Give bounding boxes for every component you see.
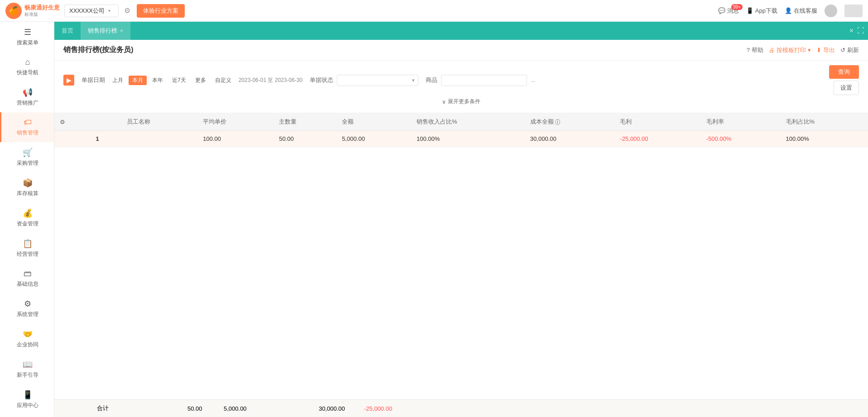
sidebar-item-label: 搜索菜单 [17, 39, 38, 47]
online-service-icon: 👤 [785, 7, 792, 14]
date-tab-this-month[interactable]: 本月 [129, 76, 147, 85]
logo-line1: 畅康通好生意 [24, 4, 60, 12]
status-select[interactable] [337, 75, 418, 86]
th-settings[interactable]: ⚙ [54, 113, 91, 131]
sidebar-item-label: 营销推广 [17, 99, 38, 107]
query-btn[interactable]: 查询 [829, 65, 859, 79]
avatar[interactable] [825, 5, 837, 17]
header-actions: ? 帮助 🖨 按模板打印 ▾ ⬇ 导出 ↺ [747, 46, 859, 54]
expand-more-btn[interactable]: ∨ 展开更多条件 [63, 95, 859, 108]
sidebar-item-enterprise-collab[interactable]: 🤝 企业协同 [0, 324, 54, 354]
sidebar-item-beginner-guide[interactable]: 📖 新手引导 [0, 354, 54, 384]
top-bar: 🍊 畅康通好生意 标准版 XXXXXX公司 ▾ ⚙ 体验行业方案 💬 消息 99… [0, 0, 868, 22]
sidebar-item-finance[interactable]: 💰 资金管理 [0, 203, 54, 233]
sidebar-item-label: 采购管理 [17, 159, 38, 167]
avatar-name [844, 5, 863, 17]
tab-home[interactable]: 首页 [54, 22, 81, 40]
sidebar-item-search-order[interactable]: ☰ 搜索菜单 [0, 22, 54, 52]
footer-main-qty-cell: 50.00 [182, 405, 218, 412]
sidebar-item-marketing[interactable]: 📢 营销推广 [0, 82, 54, 112]
column-settings-icon[interactable]: ⚙ [60, 119, 65, 125]
beginner-guide-icon: 📖 [23, 359, 33, 369]
company-dropdown-arrow: ▾ [108, 8, 110, 13]
company-selector[interactable]: XXXXXX公司 ▾ [64, 5, 119, 17]
window-expand-icon[interactable]: ⛶ [857, 27, 864, 35]
company-name: XXXXXX公司 [69, 7, 105, 15]
cell-gross-profit: -25,000.00 [614, 131, 700, 147]
footer-gross-profit-cell: -25,000.00 [359, 405, 404, 412]
cell-sales-ratio: 100.00% [411, 131, 525, 147]
template-print-btn[interactable]: 🖨 按模板打印 ▾ [769, 46, 811, 54]
print-icon: 🖨 [769, 47, 775, 53]
date-tab-custom[interactable]: 自定义 [211, 76, 235, 85]
footer-cost-amount: 30,000.00 [319, 405, 345, 412]
sidebar-item-label: 快捷导航 [17, 69, 38, 77]
search-order-icon: ☰ [24, 27, 31, 37]
message-btn[interactable]: 💬 消息 99+ [718, 7, 739, 15]
cell-gross-ratio: 100.00% [781, 131, 868, 147]
sidebar-item-inventory[interactable]: 📦 库存核算 [0, 173, 54, 203]
company-settings-icon[interactable]: ⚙ [122, 5, 132, 17]
help-btn[interactable]: ? 帮助 [747, 46, 763, 54]
date-tab-this-year[interactable]: 本年 [149, 76, 167, 85]
app-center-icon: 📱 [23, 390, 33, 400]
sidebar-item-app-center[interactable]: 📱 应用中心 [0, 384, 54, 415]
status-filter: 单据状态 [310, 75, 418, 86]
sidebar-item-quick-nav[interactable]: ⌂ 快捷导航 [0, 52, 54, 82]
date-tab-last-month[interactable]: 上月 [109, 76, 127, 85]
th-gross-profit: 毛利 [614, 113, 700, 131]
window-close-icon[interactable]: × [849, 27, 854, 35]
tab-close-icon[interactable]: × [120, 28, 123, 34]
system-mgmt-icon: ⚙ [24, 299, 31, 309]
export-label: 导出 [823, 46, 835, 54]
sales-mgmt-icon: 🏷 [24, 118, 32, 127]
footer-amount-cell: 5,000.00 [218, 405, 264, 412]
tab-sales-rank[interactable]: 销售排行榜 × [81, 22, 130, 40]
cell-amount: 5,000.00 [336, 131, 411, 147]
app-download-label: App下载 [755, 7, 777, 15]
template-print-label: 按模板打印 [777, 46, 806, 54]
settings-btn[interactable]: 设置 [834, 81, 859, 95]
sidebar-item-operation[interactable]: 📋 经营管理 [0, 233, 54, 264]
goods-filter-label: 商品 [426, 76, 437, 84]
table-row: 1 100.00 50.00 5,000.00 100.00% 30,000.0… [54, 131, 868, 147]
filter-toggle-icon[interactable]: ▶ [63, 75, 74, 86]
refresh-btn[interactable]: ↺ 刷新 [840, 46, 859, 54]
sidebar-item-purchase-mgmt[interactable]: 🛒 采购管理 [0, 142, 54, 173]
date-filter-label: 单据日期 [82, 76, 105, 84]
logo-area: 🍊 畅康通好生意 标准版 [5, 3, 60, 19]
expand-more-label: 展开更多条件 [448, 98, 480, 105]
marketing-icon: 📢 [23, 87, 33, 97]
cell-employee [121, 131, 197, 147]
sidebar-item-label: 资金管理 [17, 220, 38, 228]
trial-btn[interactable]: 体验行业方案 [137, 4, 185, 18]
th-gross-rate: 毛利率 [701, 113, 781, 131]
message-badge: 99+ [731, 4, 743, 10]
sidebar-item-basic-info[interactable]: 🗃 基础信息 [0, 264, 54, 293]
tab-bar: 首页 销售排行榜 × × ⛶ [54, 22, 868, 40]
th-amount: 全额 [336, 113, 411, 131]
sidebar-item-enterprise-wechat[interactable]: 💬 企业微信 [0, 415, 54, 417]
sidebar-item-system-mgmt[interactable]: ⚙ 系统管理 [0, 293, 54, 324]
cell-settings [54, 131, 91, 147]
message-icon: 💬 [718, 7, 725, 14]
date-tab-7days[interactable]: 近7天 [168, 76, 190, 85]
goods-more-btn[interactable]: ... [531, 77, 535, 83]
online-service-btn[interactable]: 👤 在线客服 [785, 7, 817, 15]
export-btn[interactable]: ⬇ 导出 [816, 46, 835, 54]
sidebar: ☰ 搜索菜单 ⌂ 快捷导航 📢 营销推广 🏷 销售管理 🛒 采购管理 📦 库 [0, 22, 54, 417]
export-icon: ⬇ [816, 47, 821, 53]
help-icon: ? [747, 47, 750, 53]
sidebar-item-label: 基础信息 [17, 280, 38, 288]
app-download-btn[interactable]: 📱 App下载 [746, 7, 777, 15]
date-range: 2023-06-01 至 2023-06-30 [239, 77, 302, 84]
finance-icon: 💰 [23, 208, 33, 218]
chevron-down-icon: ∨ [442, 99, 446, 105]
th-sales-ratio: 销售收入占比% [411, 113, 525, 131]
th-rank [91, 113, 122, 131]
page-content: 销售排行榜(按业务员) ? 帮助 🖨 按模板打印 ▾ ⬇ [54, 40, 868, 417]
sidebar-item-sales-mgmt[interactable]: 🏷 销售管理 [0, 112, 54, 142]
date-tab-more[interactable]: 更多 [192, 76, 210, 85]
sidebar-item-label: 新手引导 [17, 371, 38, 379]
goods-input[interactable] [441, 75, 527, 86]
